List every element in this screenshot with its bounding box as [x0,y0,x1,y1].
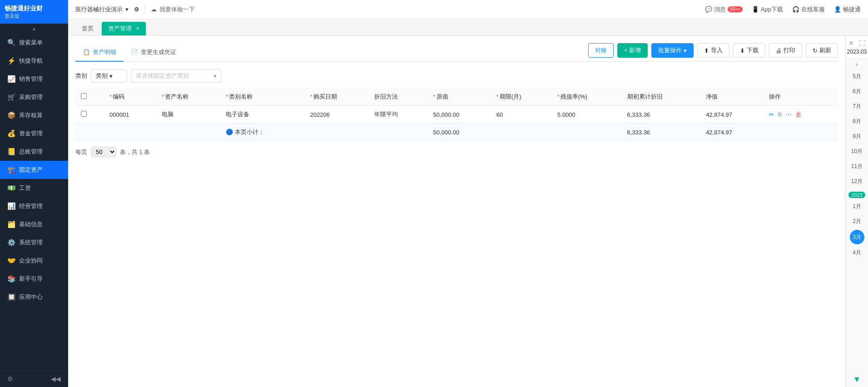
calendar-month-item[interactable]: 7月 [846,99,868,114]
export-button[interactable]: ⬆ 导入 [697,43,729,58]
tab-asset-mgmt[interactable]: 资产管理 × [102,22,146,35]
calendar-year-label: 2023.03 [847,49,867,55]
settings-icon[interactable]: ⚙ [7,375,13,382]
calendar-month-item[interactable]: 3月 [850,230,864,244]
copy-icon-0[interactable]: ⎘ [778,111,782,118]
calendar-month-item[interactable]: 11月 [846,159,868,174]
calendar-month-item[interactable]: 10月 [846,144,868,159]
sidebar-item-app_center[interactable]: 🔲应用中心 [0,288,68,306]
nav-icon-sales: 📈 [7,75,15,83]
col-name: *资产名称 [156,88,220,106]
category-value-arrow: ▾ [213,73,217,79]
user-action[interactable]: 👤 畅捷通 [834,5,861,14]
nav-label-sales: 销售管理 [19,75,43,83]
nav-icon-quick_nav: ⚡ [7,57,15,65]
tab-home[interactable]: 首页 [75,22,100,35]
calendar-month-item[interactable]: 2月 [846,214,868,229]
delete-icon-0[interactable]: 🗑 [795,111,802,118]
batch-button[interactable]: 批量操作 ▾ [651,43,694,58]
download-button[interactable]: ⬇ 下载 [733,43,765,58]
col-residual-rate: *残值率(%) [552,88,622,106]
per-page-label: 每页 [75,148,87,156]
gear-icon[interactable]: ⚙ [134,6,139,13]
sidebar-item-finance[interactable]: 💰资金管理 [0,124,68,143]
col-depreciation: 折旧方法 [369,88,427,106]
edit-icon-0[interactable]: ✏ [769,111,774,118]
select-all-checkbox[interactable] [81,93,87,99]
category-type-select[interactable]: 类别 ▾ [91,69,127,83]
category-value-select[interactable]: 请选择固定资产类别 ▾ [131,69,222,83]
sidebar-item-system[interactable]: ⚙️系统管理 [0,233,68,252]
refresh-button[interactable]: ↻ 刷新 [806,43,838,58]
collapse-icon[interactable]: ◀◀ [51,375,61,382]
sidebar-item-inventory[interactable]: 📦库存核算 [0,106,68,124]
sidebar-item-operations[interactable]: 📊经营管理 [0,197,68,215]
sidebar-item-guide[interactable]: 📚新手引导 [0,270,68,288]
reconcile-button[interactable]: 对账 [588,43,614,58]
topbar-right: 💬 消息 99+ 📱 App下载 🎧 在线客服 👤 畅捷通 [705,5,861,14]
content-area: 📋 资产明细 📄 变更生成凭证 对账 + 新增 批量操作 ▾ ⬆ [68,36,868,387]
calendar-month-item[interactable]: 4月 [846,245,868,260]
sidebar-item-fixed_assets[interactable]: 🏗️固定资产 [0,161,68,179]
per-page-select[interactable]: 50 10 20 100 [91,147,116,157]
sidebar-item-quick_nav[interactable]: ⚡快捷导航 [0,52,68,70]
sidebar-item-purchase[interactable]: 🛒采购管理 [0,88,68,106]
voucher-gen-tab-label: 变更生成凭证 [141,48,176,56]
service-label: 在线客服 [801,5,825,14]
sub-tab-asset-detail[interactable]: 📋 资产明细 [75,43,124,62]
calendar-month-item[interactable]: 6月 [846,84,868,99]
sidebar-scroll-up[interactable]: ▲ [0,24,68,34]
service-action[interactable]: 🎧 在线客服 [792,5,825,14]
filter-category-label: 类别 [75,72,87,80]
more-icon-0[interactable]: ⋯ [785,111,792,118]
sidebar-item-sales[interactable]: 📈销售管理 [0,70,68,88]
subtotal-init-dep: 6,333.36 [622,124,701,141]
scroll-up-icon[interactable]: ▲ [846,59,868,69]
dl-icon: ⬇ [740,47,745,54]
message-badge: 99+ [728,6,743,12]
download-action[interactable]: 📱 App下载 [752,5,783,14]
sidebar-item-search[interactable]: 🔍搜索菜单 [0,34,68,52]
asset-table: *编码 *资产名称 *类别名称 *购买日期 折旧方法 *原值 *期限(月) *残… [75,88,838,141]
calendar-month-item[interactable]: 5月 [846,69,868,84]
new-button[interactable]: + 新增 [617,43,648,58]
col-actions: 操作 [764,88,838,106]
feedback-btn[interactable]: ☁ 我要体验一下 [151,5,195,14]
print-button[interactable]: 🖨 打印 [769,43,802,58]
refresh-label: 刷新 [819,46,831,55]
calendar-month-item[interactable]: 12月 [846,174,868,189]
messages-action[interactable]: 💬 消息 99+ [705,5,743,14]
print-label: 打印 [784,46,795,55]
calendar-month-item[interactable]: 1月 [846,199,868,214]
row-checkbox-0[interactable] [81,111,87,117]
sidebar-item-enterprise[interactable]: 🤝企业协同 [0,252,68,270]
asset-detail-tab-label: 资产明细 [93,48,116,56]
subtotal-original-value: 50,000.00 [427,124,491,141]
service-icon: 🎧 [792,6,799,13]
app-edition: 普及版 [5,13,43,20]
col-category: *类别名称 [220,88,305,106]
table-header-row: *编码 *资产名称 *类别名称 *购买日期 折旧方法 *原值 *期限(月) *残… [75,88,838,106]
calendar-month-item[interactable]: 9月 [846,129,868,144]
nav-icon-finance: 💰 [7,129,15,138]
sub-tab-voucher-gen[interactable]: 📄 变更生成凭证 [124,43,184,62]
calendar-month-item[interactable]: 8月 [846,114,868,129]
sidebar: 畅捷通好业财 普及版 ▲ 🔍搜索菜单⚡快捷导航📈销售管理🛒采购管理📦库存核算💰资… [0,0,68,387]
expand-bottom-icon[interactable]: ▼ [846,372,868,387]
expand-panel-icon[interactable]: ⛶ [859,40,865,47]
sidebar-item-salary[interactable]: 💵工资 [0,179,68,197]
export-label: 导入 [711,46,723,55]
cell-init-dep-0: 6,333.36 [622,106,701,124]
nav-icon-app_center: 🔲 [7,293,15,301]
tab-asset-mgmt-label: 资产管理 [108,25,132,32]
close-panel-icon[interactable]: ✕ [848,40,854,47]
sidebar-item-basic_info[interactable]: 🗂️基础信息 [0,215,68,233]
nav-icon-system: ⚙️ [7,238,15,247]
export-icon: ⬆ [704,47,709,54]
tab-close-icon[interactable]: × [136,25,139,32]
feedback-label: 我要体验一下 [159,5,195,14]
nav-label-system: 系统管理 [19,238,43,247]
user-label: 畅捷通 [843,5,861,14]
company-selector[interactable]: 医疗器械行业演示 ▾ [75,5,129,14]
sidebar-item-ledger[interactable]: 📒总账管理 [0,143,68,161]
